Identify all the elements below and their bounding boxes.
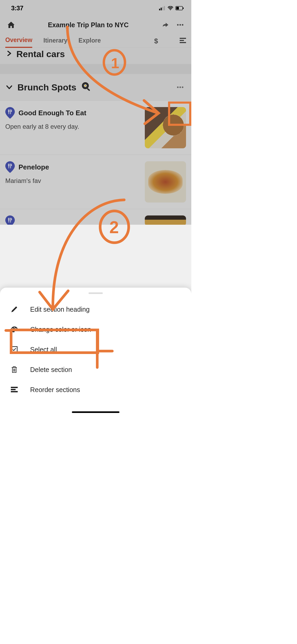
trash-icon xyxy=(10,365,18,374)
status-bar: 3:37 xyxy=(0,0,191,15)
tab-itinerary[interactable]: Itinerary xyxy=(43,35,67,47)
svg-point-8 xyxy=(177,24,179,26)
svg-point-10 xyxy=(182,24,183,26)
section-rental-cars[interactable]: Rental cars xyxy=(0,48,191,64)
place-name: Good Enough To Eat xyxy=(18,109,86,117)
share-icon xyxy=(162,22,169,28)
sheet-delete-section[interactable]: Delete section xyxy=(0,360,191,380)
svg-rect-0 xyxy=(159,9,160,10)
place-thumbnail xyxy=(145,161,186,203)
restaurant-pin-icon xyxy=(5,107,15,119)
svg-rect-12 xyxy=(180,40,184,41)
svg-rect-3 xyxy=(164,6,165,10)
tab-budget[interactable]: $ xyxy=(154,37,158,45)
home-icon xyxy=(7,21,15,29)
svg-point-9 xyxy=(179,24,181,26)
sheet-item-label: Delete section xyxy=(30,366,72,374)
list-item[interactable]: Penelope Mariam's fav xyxy=(0,155,191,209)
section-title: Brunch Spots xyxy=(17,82,76,93)
svg-point-23 xyxy=(14,327,15,328)
cellular-icon xyxy=(159,6,165,10)
svg-point-22 xyxy=(12,328,13,329)
svg-point-19 xyxy=(177,86,179,88)
places-list: Good Enough To Eat Open early at 8 every… xyxy=(0,100,191,225)
sheet-handle[interactable] xyxy=(89,292,103,294)
place-note: Mariam's fav xyxy=(5,177,141,185)
palette-icon xyxy=(10,325,18,334)
place-thumbnail xyxy=(145,215,186,225)
sheet-item-label: Select all xyxy=(30,346,57,353)
list-item[interactable]: Good Enough To Eat Open early at 8 every… xyxy=(0,100,191,155)
list-item[interactable] xyxy=(0,209,191,225)
reorder-icon xyxy=(10,385,18,394)
svg-rect-6 xyxy=(176,7,179,10)
tab-explore[interactable]: Explore xyxy=(78,35,101,47)
menu-icon xyxy=(180,38,186,43)
sheet-item-label: Edit section heading xyxy=(30,306,90,313)
sheet-reorder-sections[interactable]: Reorder sections xyxy=(0,380,191,400)
chevron-down-icon[interactable] xyxy=(6,84,12,90)
frying-pan-icon xyxy=(82,82,91,93)
svg-rect-26 xyxy=(11,387,18,388)
svg-rect-18 xyxy=(87,88,90,91)
restaurant-pin-icon xyxy=(5,215,15,225)
svg-point-21 xyxy=(182,86,183,88)
home-indicator[interactable] xyxy=(72,411,119,413)
more-icon xyxy=(177,86,184,88)
restaurant-pin-icon xyxy=(5,161,15,173)
header: Example Trip Plan to NYC xyxy=(0,15,191,34)
svg-point-20 xyxy=(179,86,181,88)
more-button[interactable] xyxy=(175,20,185,30)
status-time: 3:37 xyxy=(11,4,23,12)
pencil-icon xyxy=(10,305,18,314)
sheet-item-label: Reorder sections xyxy=(30,386,80,394)
wifi-icon xyxy=(168,6,173,10)
sheet-edit-heading[interactable]: Edit section heading xyxy=(0,299,191,319)
status-icons xyxy=(159,6,184,10)
place-note: Open early at 8 every day. xyxy=(5,123,141,130)
checkbox-icon xyxy=(10,345,18,354)
chevron-right-icon xyxy=(7,51,11,58)
place-thumbnail xyxy=(145,107,186,148)
svg-rect-13 xyxy=(180,42,186,43)
sheet-change-color[interactable]: Change color or icon xyxy=(0,319,191,339)
svg-point-24 xyxy=(15,328,16,329)
place-name: Penelope xyxy=(18,163,49,171)
tab-overview[interactable]: Overview xyxy=(5,34,32,48)
svg-point-4 xyxy=(170,10,171,10)
sheet-item-label: Change color or icon xyxy=(30,326,91,333)
more-icon xyxy=(177,24,184,26)
svg-point-17 xyxy=(85,85,86,86)
section-more-button[interactable] xyxy=(175,82,185,92)
battery-icon xyxy=(175,6,184,10)
section-brunch-spots: Brunch Spots xyxy=(0,74,191,100)
svg-rect-1 xyxy=(161,8,162,10)
svg-rect-28 xyxy=(11,391,18,392)
share-button[interactable] xyxy=(161,20,170,30)
page-title: Example Trip Plan to NYC xyxy=(21,21,155,29)
sheet-select-all[interactable]: Select all xyxy=(0,339,191,360)
svg-rect-11 xyxy=(180,38,186,39)
svg-rect-2 xyxy=(162,7,163,10)
tabs: Overview Itinerary Explore $ xyxy=(0,34,191,48)
svg-rect-27 xyxy=(11,389,16,390)
home-button[interactable] xyxy=(6,20,16,30)
tab-menu-button[interactable] xyxy=(180,38,186,44)
bottom-sheet: Edit section heading Change color or ico… xyxy=(0,288,191,416)
svg-rect-7 xyxy=(183,7,184,9)
section-title: Rental cars xyxy=(16,49,65,59)
